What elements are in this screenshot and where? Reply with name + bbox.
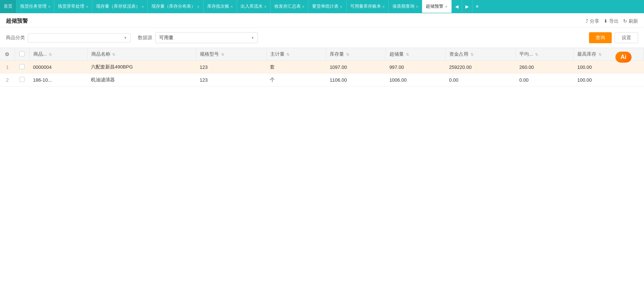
cell-unit-0: 套 (266, 61, 326, 74)
nav-tab-inout-flow[interactable]: 出入库流水 × (237, 0, 270, 13)
nav-tab-task-mgmt[interactable]: 拣货任务管理 × (17, 0, 54, 13)
nav-tab-overstock-warning[interactable]: 超储预警 × (422, 0, 451, 13)
th-product-name[interactable]: 商品名称 ⇅ (87, 48, 196, 61)
cell-overstock-1: 1006.00 (386, 74, 446, 86)
th-stock-sort-icon: ⇅ (346, 52, 349, 56)
cell-stock-1: 1106.00 (326, 74, 386, 86)
table-body: 1 0000004 六配套新昌490BPG 123 套 1097.00 997.… (0, 61, 644, 86)
nav-tab-abnormal[interactable]: 拣货异常处理 × (54, 0, 92, 13)
data-source-filter: 数据源 可用量 ▾ (138, 32, 258, 43)
th-max-stock[interactable]: 最高库存 ⇅ (574, 48, 644, 61)
gear-icon[interactable]: ⚙ (5, 51, 10, 57)
th-stock-label: 库存量 (330, 51, 344, 57)
th-capital-occupied-label: 资金占用 (449, 51, 468, 57)
share-icon: ⤴ (586, 18, 588, 24)
nav-tab-overstock-warning-close[interactable]: × (445, 4, 447, 9)
th-avg[interactable]: 平均... ⇅ (516, 48, 574, 61)
nav-tab-inout-flow-close[interactable]: × (264, 4, 266, 9)
cell-spec-1: 123 (196, 74, 267, 86)
th-product-code[interactable]: 商品... ⇅ (29, 48, 87, 61)
cell-max-stock-1: 100.00 (574, 74, 644, 86)
top-navigation: 首页 拣货任务管理 × 拣货异常处理 × 现存量（库存状况表） × 现存量（库存… (0, 0, 644, 13)
nav-tab-inventory-dist-close[interactable]: × (197, 4, 199, 9)
th-product-code-label: 商品... (33, 51, 47, 57)
query-button[interactable]: 查询 (589, 32, 612, 43)
th-unit[interactable]: 主计量 ⇅ (266, 48, 326, 61)
th-overstock-sort-icon: ⇅ (406, 52, 409, 56)
th-spec[interactable]: 规格型号 ⇅ (196, 48, 267, 61)
table-row: 1 0000004 六配套新昌490BPG 123 套 1097.00 997.… (0, 61, 644, 74)
nav-tab-task-mgmt-close[interactable]: × (48, 4, 50, 9)
share-button[interactable]: ⤴ 分享 (586, 18, 599, 25)
filter-buttons: 查询 设置 (589, 32, 638, 43)
nav-tab-available-account-label: 可用量库存账本 (350, 3, 381, 10)
nav-tab-available-account[interactable]: 可用量库存账本 × (347, 0, 389, 13)
nav-tab-order-stats[interactable]: 要货单统计表 × (308, 0, 346, 13)
th-spec-sort-icon: ⇅ (221, 52, 224, 56)
nav-tab-quality-period[interactable]: 保质期查询 × (389, 0, 422, 13)
nav-arrow-right[interactable]: ▶ (462, 0, 472, 13)
cell-capital-occupied-0: 259220.00 (445, 61, 516, 74)
th-product-name-sort-icon: ⇅ (112, 52, 115, 56)
export-button[interactable]: ⬇ 导出 (604, 18, 619, 25)
nav-close-all[interactable]: ✕ (472, 0, 482, 13)
nav-arrow-left[interactable]: ◀ (451, 0, 462, 13)
product-category-select[interactable]: ▾ (28, 33, 131, 42)
product-category-filter: 商品分类 ▾ (6, 33, 131, 42)
cell-row-num-0: 1 (0, 61, 15, 74)
table-header-row: ⚙ 商品... ⇅ 商品名称 ⇅ 规格型号 ⇅ (0, 48, 644, 61)
cell-checkbox-1[interactable] (15, 74, 29, 86)
refresh-label: 刷新 (629, 18, 638, 25)
cell-max-stock-0: 100.00 (574, 61, 644, 74)
th-max-stock-sort-icon: ⇅ (599, 52, 601, 56)
th-avg-sort-icon: ⇅ (535, 52, 538, 56)
refresh-button[interactable]: ↻ 刷新 (623, 18, 638, 25)
header-actions: ⤴ 分享 ⬇ 导出 ↻ 刷新 (586, 18, 638, 25)
cell-avg-0: 260.00 (516, 61, 574, 74)
cell-spec-0: 123 (196, 61, 267, 74)
data-source-select[interactable]: 可用量 ▾ (155, 32, 258, 43)
nav-tab-available-account-close[interactable]: × (383, 4, 385, 9)
nav-tab-quality-period-close[interactable]: × (416, 4, 418, 9)
cell-product-name-1: 机油滤清器 (87, 74, 196, 86)
nav-tab-home[interactable]: 首页 (0, 0, 17, 13)
nav-tab-inventory-status[interactable]: 现存量（库存状况表） × (92, 0, 148, 13)
row-checkbox-0[interactable] (19, 64, 25, 69)
nav-tab-inout-flow-label: 出入库流水 (241, 3, 263, 10)
nav-tab-order-stats-label: 要货单统计表 (312, 3, 339, 10)
th-spec-label: 规格型号 (200, 51, 219, 57)
data-source-value: 可用量 (159, 34, 250, 41)
ai-badge[interactable]: Ai (615, 52, 632, 63)
table-container: ⚙ 商品... ⇅ 商品名称 ⇅ 规格型号 ⇅ (0, 48, 644, 86)
nav-tab-batch-account[interactable]: 库存批次账 × (204, 0, 237, 13)
th-product-name-label: 商品名称 (91, 51, 110, 57)
th-max-stock-label: 最高库存 (577, 51, 596, 57)
th-overstock[interactable]: 超储量 ⇅ (386, 48, 446, 61)
row-checkbox-1[interactable] (19, 77, 25, 82)
nav-tab-inventory-dist-label: 现存量（库存分布表） (151, 3, 195, 10)
th-unit-sort-icon: ⇅ (286, 52, 289, 56)
cell-checkbox-0[interactable] (15, 61, 29, 74)
th-checkbox (15, 48, 29, 61)
nav-tab-inventory-dist[interactable]: 现存量（库存分布表） × (148, 0, 203, 13)
th-capital-occupied[interactable]: 资金占用 ⇅ (445, 48, 516, 61)
nav-tab-recv-send-close[interactable]: × (302, 4, 304, 9)
product-category-label: 商品分类 (6, 34, 25, 41)
nav-tab-recv-send[interactable]: 收发存汇总表 × (271, 0, 308, 13)
nav-tab-batch-account-close[interactable]: × (231, 4, 233, 9)
nav-tab-batch-account-label: 库存批次账 (207, 3, 229, 10)
nav-tab-quality-period-label: 保质期查询 (392, 3, 414, 10)
data-source-chevron-icon: ▾ (252, 36, 254, 40)
nav-tab-inventory-status-label: 现存量（库存状况表） (96, 3, 140, 10)
nav-tab-abnormal-label: 拣货异常处理 (58, 3, 84, 10)
th-gear[interactable]: ⚙ (0, 48, 15, 61)
nav-tab-abnormal-close[interactable]: × (86, 4, 88, 9)
share-label: 分享 (590, 18, 599, 25)
nav-tab-inventory-status-close[interactable]: × (142, 4, 144, 9)
cell-row-num-1: 2 (0, 74, 15, 86)
refresh-icon: ↻ (623, 18, 627, 24)
th-stock[interactable]: 库存量 ⇅ (326, 48, 386, 61)
settings-button[interactable]: 设置 (615, 32, 638, 43)
nav-tab-order-stats-close[interactable]: × (340, 4, 342, 9)
select-all-checkbox[interactable] (19, 51, 25, 56)
